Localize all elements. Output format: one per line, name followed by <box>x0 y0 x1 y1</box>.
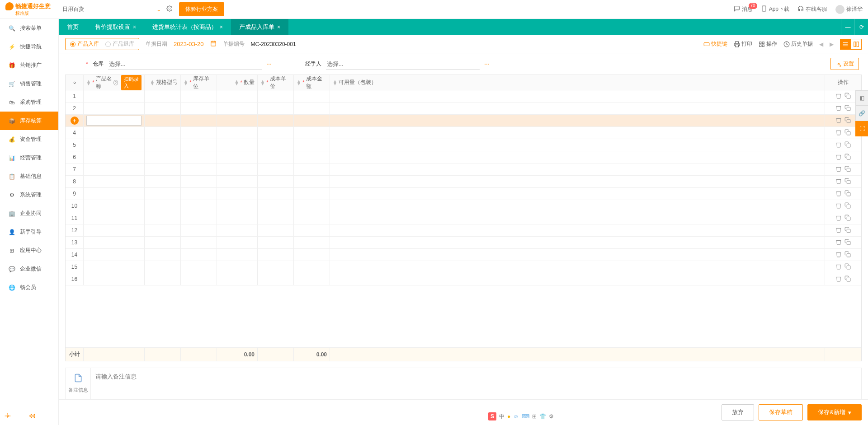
sidebar-item-13[interactable]: 💬企业微信 <box>0 260 58 278</box>
date-value[interactable]: 2023-03-20 <box>174 41 204 47</box>
delete-row-icon[interactable] <box>835 129 842 137</box>
sidebar-item-6[interactable]: 💰资金管理 <box>0 130 58 149</box>
save-and-new-button[interactable]: 保存&新增 ▾ <box>807 404 862 420</box>
nav-next-icon[interactable]: ▶ <box>830 41 834 47</box>
tabs-refresh-icon[interactable]: ⟳ <box>854 19 868 35</box>
view-card-icon[interactable] <box>851 39 862 50</box>
copy-row-icon[interactable] <box>844 154 851 161</box>
copy-row-icon[interactable] <box>844 239 851 247</box>
tab-2[interactable]: 进货单统计表（按商品）× <box>144 19 231 35</box>
col-product-name[interactable]: ▲▼ *产品名称 ? 扫码录入 <box>84 75 145 90</box>
table-row[interactable]: 5 <box>66 139 861 151</box>
add-row-icon[interactable]: + <box>71 117 79 125</box>
copy-row-icon[interactable] <box>844 215 851 222</box>
table-row[interactable]: 6 <box>66 151 861 163</box>
copy-row-icon[interactable] <box>844 93 851 100</box>
sidebar-item-4[interactable]: 🛍采购管理 <box>0 93 58 112</box>
copy-row-icon[interactable] <box>844 129 851 137</box>
more-icon[interactable]: ⋯ <box>266 61 272 67</box>
float-tool-2-icon[interactable]: 🔗 <box>855 106 868 121</box>
radio-product-out[interactable]: 产品退库 <box>105 40 134 48</box>
delete-row-icon[interactable] <box>835 251 842 259</box>
user-profile[interactable]: 徐泽华 <box>835 5 863 14</box>
calendar-icon[interactable] <box>210 40 217 48</box>
copy-row-icon[interactable] <box>844 117 851 125</box>
online-service-button[interactable]: 在线客服 <box>797 5 827 13</box>
copy-row-icon[interactable] <box>844 178 851 186</box>
delete-row-icon[interactable] <box>835 166 842 173</box>
save-draft-button[interactable]: 保存草稿 <box>759 404 803 420</box>
tab-3[interactable]: 产成品入库单× <box>231 19 288 35</box>
tab-1[interactable]: 售价提取设置× <box>87 19 144 35</box>
table-row[interactable]: 10 <box>66 200 861 212</box>
table-row[interactable]: 2 <box>66 103 861 115</box>
col-spec[interactable]: ▲▼ 规格型号 <box>145 75 181 90</box>
table-row[interactable]: 14 <box>66 249 861 261</box>
copy-row-icon[interactable] <box>844 251 851 259</box>
delete-row-icon[interactable] <box>835 117 842 125</box>
copy-row-icon[interactable] <box>844 190 851 198</box>
table-row[interactable]: 9 <box>66 188 861 200</box>
sidebar-item-1[interactable]: ⚡快捷导航 <box>0 37 58 56</box>
delete-row-icon[interactable] <box>835 227 842 234</box>
nav-prev-icon[interactable]: ◀ <box>819 41 823 47</box>
table-row[interactable]: + <box>66 115 861 127</box>
close-icon[interactable]: × <box>220 24 223 30</box>
sidebar-item-14[interactable]: 🌐畅会员 <box>0 278 58 297</box>
print-button[interactable]: 打印 <box>734 40 752 48</box>
tabs-minimize-icon[interactable]: — <box>841 19 854 35</box>
col-qty[interactable]: ▲▼ *数量 <box>217 75 258 90</box>
copy-row-icon[interactable] <box>844 141 851 149</box>
sidebar-item-7[interactable]: 📊经营管理 <box>0 149 58 167</box>
table-row[interactable]: 12 <box>66 224 861 237</box>
col-config-icon[interactable] <box>66 75 84 90</box>
col-unit[interactable]: ▲▼ *库存单位 <box>181 75 217 90</box>
experience-button[interactable]: 体验行业方案 <box>179 2 224 16</box>
col-amt[interactable]: ▲▼ *成本金额 <box>294 75 330 90</box>
sidebar-item-8[interactable]: 📋基础信息 <box>0 167 58 186</box>
delete-row-icon[interactable] <box>835 190 842 198</box>
department-select[interactable]: 日用百货 ⌄ <box>62 5 161 13</box>
table-settings-button[interactable]: 设置 <box>830 58 859 70</box>
more-icon[interactable]: ⋯ <box>484 61 490 67</box>
ops-button[interactable]: 操作 <box>759 40 777 48</box>
table-row[interactable]: 16 <box>66 273 861 285</box>
table-row[interactable]: 8 <box>66 176 861 188</box>
app-download-button[interactable]: App下载 <box>761 5 789 13</box>
help-icon[interactable]: ? <box>113 80 118 85</box>
float-tool-expand-icon[interactable]: ⛶ <box>855 121 868 136</box>
sidebar-item-0[interactable]: 🔍搜索菜单 <box>0 19 58 37</box>
float-tool-1-icon[interactable]: ◧ <box>855 90 868 106</box>
copy-row-icon[interactable] <box>844 227 851 234</box>
gear-icon[interactable] <box>166 5 173 13</box>
sidebar-item-12[interactable]: ⊞应用中心 <box>0 241 58 260</box>
sidebar-item-5[interactable]: 📦库存核算 <box>0 112 58 130</box>
scan-entry-chip[interactable]: 扫码录入 <box>121 75 142 90</box>
history-button[interactable]: 历史单据 <box>783 40 813 48</box>
delete-row-icon[interactable] <box>835 178 842 186</box>
handler-input[interactable] <box>326 59 480 70</box>
shortcut-keys-button[interactable]: 快捷键 <box>703 40 727 48</box>
tab-0[interactable]: 首页 <box>59 19 87 35</box>
delete-row-icon[interactable] <box>835 202 842 210</box>
warehouse-input[interactable] <box>108 59 262 70</box>
copy-row-icon[interactable] <box>844 166 851 173</box>
table-row[interactable]: 11 <box>66 212 861 224</box>
table-row[interactable]: 4 <box>66 127 861 139</box>
table-row[interactable]: 15 <box>66 261 861 273</box>
gear-icon[interactable] <box>5 413 11 420</box>
sidebar-item-3[interactable]: 🛒销售管理 <box>0 75 58 93</box>
delete-row-icon[interactable] <box>835 141 842 149</box>
delete-row-icon[interactable] <box>835 93 842 100</box>
radio-product-in[interactable]: 产品入库 <box>70 40 99 48</box>
delete-row-icon[interactable] <box>835 239 842 247</box>
copy-row-icon[interactable] <box>844 276 851 283</box>
product-name-input[interactable] <box>86 116 142 126</box>
table-row[interactable]: 7 <box>66 163 861 176</box>
messages-button[interactable]: 消息 70 <box>734 5 753 13</box>
sidebar-item-11[interactable]: 👤新手引导 <box>0 223 58 241</box>
sidebar-item-2[interactable]: 🎁营销推广 <box>0 56 58 75</box>
delete-row-icon[interactable] <box>835 154 842 161</box>
close-icon[interactable]: × <box>133 24 136 30</box>
sidebar-item-9[interactable]: ⚙系统管理 <box>0 186 58 204</box>
